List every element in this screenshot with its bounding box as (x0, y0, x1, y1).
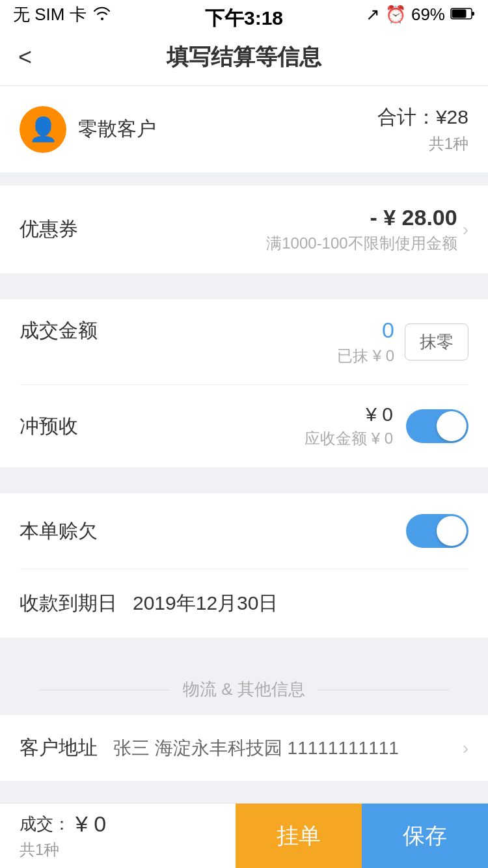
coupon-label: 优惠券 (20, 216, 78, 243)
customer-row: 👤 零散客户 合计：¥28 共1种 (0, 86, 488, 172)
coupon-amount: - ¥ 28.00 (266, 205, 457, 230)
bottom-bar: 成交： ¥ 0 共1种 挂单 保存 (0, 803, 488, 868)
amount-right: 0 已抹 ¥ 0 抹零 (337, 318, 468, 366)
amount-input-wrap: 0 已抹 ¥ 0 (337, 318, 394, 366)
debt-label: 本单赊欠 (20, 518, 98, 545)
save-button-label: 保存 (403, 821, 447, 851)
amount-row: 成交金额 0 已抹 ¥ 0 抹零 (0, 299, 488, 385)
status-time: 下午3:18 (205, 5, 283, 32)
address-section[interactable]: 客户地址 张三 海淀永丰科技园 11111111111 › (0, 715, 488, 781)
nav-title: 填写结算等信息 (167, 42, 321, 72)
section-divider-2 (0, 480, 488, 493)
customer-left: 👤 零散客户 (20, 106, 156, 153)
save-button[interactable]: 保存 (362, 804, 488, 869)
amount-label: 成交金额 (20, 318, 98, 344)
avatar-icon: 👤 (29, 116, 58, 143)
logistics-header-text: 物流 & 其他信息 (183, 679, 305, 699)
chevron-right-icon: › (463, 219, 468, 240)
battery-icon (450, 5, 475, 25)
section-divider-3 (0, 651, 488, 664)
battery-percent: 69% (411, 5, 445, 25)
due-date-row[interactable]: 收款到期日 2019年12月30日 (0, 569, 488, 638)
prereceive-label: 冲预收 (20, 413, 78, 440)
prereceive-amounts: ¥ 0 应收金额 ¥ 0 (305, 403, 393, 449)
bottom-count: 共1种 (20, 839, 236, 860)
prereceive-main: ¥ 0 (305, 403, 393, 426)
status-bar: 无 SIM 卡 下午3:18 ↗ ⏰ 69% (0, 0, 488, 29)
hold-button[interactable]: 挂单 (236, 804, 362, 869)
address-left: 客户地址 张三 海淀永丰科技园 11111111111 (20, 735, 399, 761)
customer-total: 合计：¥28 (377, 104, 468, 131)
debt-section: 本单赊欠 收款到期日 2019年12月30日 (0, 493, 488, 638)
coupon-value-wrapper: - ¥ 28.00 满1000-100不限制使用金额 (266, 205, 457, 254)
transaction-section: 成交金额 0 已抹 ¥ 0 抹零 冲预收 ¥ 0 应收金额 ¥ 0 (0, 299, 488, 467)
due-date-label: 收款到期日 (20, 590, 117, 617)
amount-sub: 已抹 ¥ 0 (337, 346, 394, 366)
round-zero-button[interactable]: 抹零 (405, 323, 468, 360)
toggle-knob (437, 411, 467, 441)
hold-button-label: 挂单 (277, 821, 321, 851)
debt-toggle-knob (437, 516, 467, 546)
svg-rect-2 (452, 9, 467, 18)
location-icon: ↗ (366, 5, 380, 25)
logistics-header: 物流 & 其他信息 (0, 664, 488, 715)
coupon-section[interactable]: 优惠券 - ¥ 28.00 满1000-100不限制使用金额 › (0, 185, 488, 273)
wifi-icon (93, 5, 111, 25)
bottom-summary: 成交： ¥ 0 共1种 (0, 811, 236, 860)
deal-label: 成交： (20, 813, 70, 835)
customer-right: 合计：¥28 共1种 (377, 104, 468, 154)
address-label: 客户地址 (20, 735, 98, 761)
bottom-deal: 成交： ¥ 0 (20, 811, 236, 837)
prereceive-row: 冲预收 ¥ 0 应收金额 ¥ 0 (0, 385, 488, 467)
address-row[interactable]: 客户地址 张三 海淀永丰科技园 11111111111 › (0, 715, 488, 781)
status-right: ↗ ⏰ 69% (366, 5, 475, 25)
debt-row: 本单赊欠 (0, 493, 488, 569)
back-button[interactable]: < (18, 44, 32, 71)
alarm-icon: ⏰ (385, 5, 406, 25)
status-left: 无 SIM 卡 (13, 3, 111, 26)
coupon-desc: 满1000-100不限制使用金额 (266, 233, 457, 254)
svg-rect-1 (472, 12, 474, 16)
customer-avatar: 👤 (20, 106, 66, 153)
nav-bar: < 填写结算等信息 (0, 29, 488, 86)
prereceive-toggle[interactable] (406, 409, 468, 443)
prereceive-right: ¥ 0 应收金额 ¥ 0 (305, 403, 468, 449)
customer-name: 零散客户 (78, 116, 156, 142)
section-divider-1 (0, 286, 488, 299)
debt-toggle[interactable] (406, 514, 468, 548)
prereceive-sub: 应收金额 ¥ 0 (305, 428, 393, 449)
amount-value[interactable]: 0 (382, 318, 394, 343)
logistics-label-wrap: 物流 & 其他信息 (170, 678, 318, 701)
deal-amount: ¥ 0 (75, 811, 106, 837)
address-value: 张三 海淀永丰科技园 11111111111 (113, 736, 399, 761)
due-date-value: 2019年12月30日 (133, 590, 278, 617)
address-chevron-icon: › (463, 738, 468, 759)
customer-section: 👤 零散客户 合计：¥28 共1种 (0, 86, 488, 172)
carrier-text: 无 SIM 卡 (13, 3, 87, 26)
coupon-row[interactable]: 优惠券 - ¥ 28.00 满1000-100不限制使用金额 › (0, 185, 488, 273)
customer-count: 共1种 (377, 133, 468, 154)
